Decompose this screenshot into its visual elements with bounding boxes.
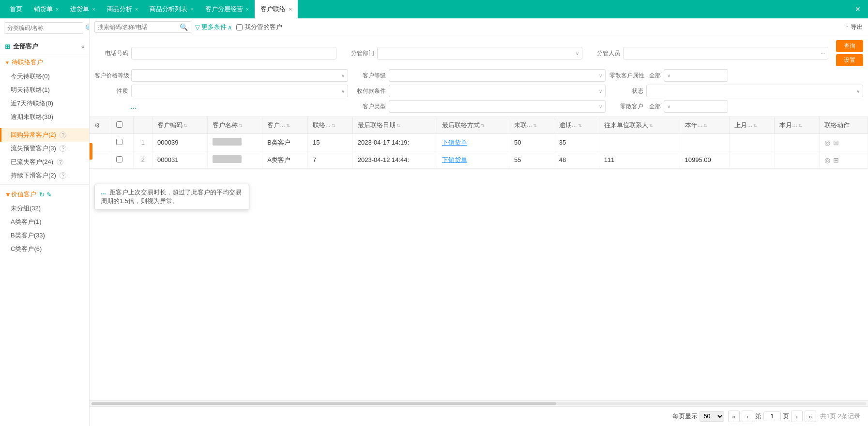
sidebar-item-ungroup[interactable]: 未分组(32) <box>0 202 89 215</box>
more-dots[interactable]: ... <box>94 102 137 111</box>
th-last-method[interactable]: 最后联络方式⇅ <box>437 117 509 134</box>
scrollbar-thumb[interactable] <box>91 402 556 405</box>
nav-purchase-close[interactable]: × <box>92 6 95 12</box>
collapse-icon[interactable]: « <box>81 44 84 49</box>
nav-customer-contact[interactable]: 客户联络 × <box>255 0 297 18</box>
search-box[interactable]: 🔍 <box>94 21 191 33</box>
select-all-checkbox[interactable] <box>116 121 122 128</box>
row2-more-icon[interactable]: ⊞ <box>833 156 839 164</box>
nav-product-analysis-close[interactable]: × <box>135 6 138 12</box>
th-last-date[interactable]: 最后联络日期⇅ <box>352 117 437 134</box>
sidebar-item-overdue[interactable]: 逾期未联络(30) <box>0 110 89 124</box>
row2-check[interactable] <box>116 156 122 162</box>
th-this-year-label: 本年... <box>685 121 703 129</box>
row1-settings <box>90 134 111 151</box>
row1-view-icon[interactable]: ◎ <box>824 139 830 147</box>
last-page-btn[interactable]: » <box>805 411 816 422</box>
status-input[interactable]: ∨ <box>646 85 863 97</box>
all-customers-header[interactable]: ⊞ 全部客户 « <box>0 38 89 55</box>
my-customers-checkbox[interactable] <box>236 24 243 30</box>
th-unit-contact[interactable]: 往来单位联系人⇅ <box>599 117 680 134</box>
th-name[interactable]: 客户名称⇅ <box>207 117 262 134</box>
row2-view-icon[interactable]: ◎ <box>824 156 830 164</box>
th-uncontacted[interactable]: 未联...⇅ <box>509 117 554 134</box>
my-customers-filter[interactable]: 我分管的客户 <box>236 23 282 31</box>
th-this-year[interactable]: 本年...⇅ <box>680 117 730 134</box>
nav-sales-close[interactable]: × <box>56 6 59 12</box>
phone-label: 电话号码 <box>94 49 128 58</box>
th-this-month[interactable]: 本月...⇅ <box>775 117 820 134</box>
page-input[interactable] <box>763 411 781 421</box>
th-settings[interactable]: ⚙ <box>90 117 111 134</box>
gender-arrow: ∨ <box>341 88 345 94</box>
nav-product-list[interactable]: 商品分析列表 × <box>144 0 199 18</box>
customer-type-input[interactable]: ∨ <box>389 100 606 113</box>
row1-unit-contact <box>599 134 680 151</box>
pending-group-header[interactable]: ▼ 待联络客户 <box>0 55 89 70</box>
table-area[interactable]: ⚙ 客户编码⇅ 客户名称⇅ 客户...⇅ 联络...⇅ 最后联络日期⇅ 最后联络… <box>90 117 868 400</box>
horizontal-scrollbar[interactable] <box>90 400 868 406</box>
sidebar-item-classA[interactable]: A类客户(1) <box>0 215 89 229</box>
payment-input[interactable]: ∨ <box>389 85 606 97</box>
price-level-input[interactable]: ∨ <box>131 69 348 82</box>
sidebar-item-today[interactable]: 今天待联络(0) <box>0 70 89 83</box>
department-input[interactable]: ∨ <box>377 47 582 59</box>
retail-attr-input[interactable]: ∨ <box>664 69 728 82</box>
nav-customer-segment-close[interactable]: × <box>246 6 249 12</box>
sidebar-item-classC[interactable]: C类客户(6) <box>0 242 89 256</box>
row2-action-icons: ◎ ⊞ <box>824 156 863 164</box>
sidebar-item-tomorrow[interactable]: 明天待联络(1) <box>0 83 89 97</box>
query-button[interactable]: 查询 <box>836 40 863 52</box>
per-page-select[interactable]: 50 20 100 <box>700 411 724 422</box>
more-filters-btn[interactable]: ▽ 更多条件 ∧ <box>195 23 232 31</box>
value-refresh-icon[interactable]: ↻ <box>39 191 45 198</box>
set-button[interactable]: 设置 <box>836 54 863 66</box>
prev-page-btn[interactable]: ‹ <box>742 411 753 422</box>
sidebar-item-classB[interactable]: B类客户(33) <box>0 229 89 242</box>
row1-action-icons: ◎ ⊞ <box>824 139 863 147</box>
row1-more-icon[interactable]: ⊞ <box>833 139 839 147</box>
phone-input[interactable] <box>131 47 336 59</box>
nav-product-list-close[interactable]: × <box>190 6 193 12</box>
sidebar-search-icon[interactable]: 🔍 <box>85 24 90 32</box>
search-input[interactable] <box>98 24 180 30</box>
sidebar-item-repurchase-abnormal[interactable]: 回购异常客户(2) ? <box>0 128 89 142</box>
sidebar-item-already-lost[interactable]: 已流失客户(24) ? <box>0 155 89 169</box>
row1-method-link[interactable]: 下销货单 <box>442 139 467 146</box>
nav-product-analysis[interactable]: 商品分析 × <box>101 0 144 18</box>
value-edit-icon[interactable]: ✎ <box>46 191 52 198</box>
search-icon[interactable]: 🔍 <box>180 23 188 31</box>
manager-input[interactable]: ··· <box>623 47 828 59</box>
nav-customer-segment[interactable]: 客户分层经营 × <box>199 0 255 18</box>
export-button[interactable]: ↑ 导出 <box>846 23 864 31</box>
th-contacts[interactable]: 联络...⇅ <box>308 117 353 134</box>
filter-row-1: 电话号码 分管部门 ∨ 分管人员 ··· 查询 设置 <box>94 40 863 66</box>
sidebar-item-7days[interactable]: 近7天待联络(0) <box>0 97 89 110</box>
nav-purchase[interactable]: 进货单 × <box>64 0 101 18</box>
customer-level-input[interactable]: ∨ <box>389 69 606 82</box>
th-customer-type[interactable]: 客户...⇅ <box>262 117 308 134</box>
nav-sales[interactable]: 销货单 × <box>28 0 64 18</box>
next-page-btn[interactable]: › <box>791 411 803 422</box>
row2-this-year: 10995.00 <box>680 151 730 169</box>
nav-home[interactable]: 首页 <box>4 0 28 18</box>
window-close-button[interactable]: × <box>851 4 864 15</box>
row2-method-link[interactable]: 下销货单 <box>442 156 467 163</box>
sidebar-item-lost-pre[interactable]: 流失预警客户(3) ? <box>0 142 89 155</box>
retail-customer-input[interactable]: ∨ <box>664 100 728 113</box>
lost-pre-info-icon: ? <box>60 145 66 152</box>
grid-icon: ⊞ <box>5 43 10 50</box>
value-customers-header[interactable]: ▼ 价值客户 ↻ ✎ <box>0 187 89 202</box>
per-page-selector: 每页显示 50 20 100 <box>672 411 724 422</box>
th-last-month[interactable]: 上月...⇅ <box>730 117 775 134</box>
first-page-btn[interactable]: « <box>728 411 740 422</box>
row1-check[interactable] <box>116 139 122 145</box>
value-arrow-icon: ▼ <box>5 191 11 198</box>
sidebar-item-declining[interactable]: 持续下滑客户(2) ? <box>0 169 89 182</box>
row1-type: B类客户 <box>262 134 308 151</box>
nav-customer-contact-close[interactable]: × <box>289 6 291 12</box>
th-overdue[interactable]: 逾期...⇅ <box>554 117 599 134</box>
th-code[interactable]: 客户编码⇅ <box>152 117 208 134</box>
sidebar-search-input[interactable] <box>4 22 83 34</box>
gender-input[interactable]: ∨ <box>131 85 348 97</box>
